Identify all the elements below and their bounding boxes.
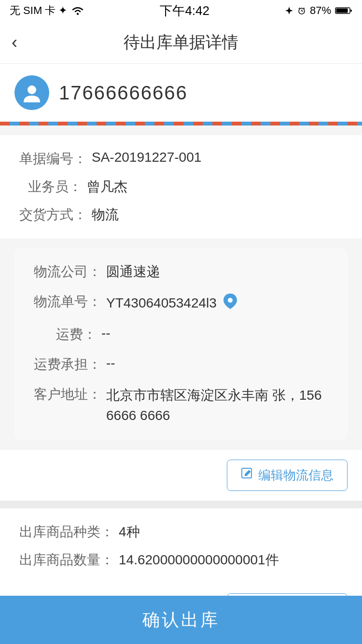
location-service-icon bbox=[285, 6, 293, 15]
status-bar: 无 SIM 卡 ✦ 下午4:42 87% bbox=[0, 0, 362, 21]
dashed-divider bbox=[0, 122, 362, 126]
page-title: 待出库单据详情 bbox=[124, 31, 238, 54]
logistics-tracking-row: 物流单号： YT43064053424l3 bbox=[34, 293, 328, 314]
address-label: 客户地址： bbox=[34, 385, 101, 404]
svg-rect-8 bbox=[350, 10, 352, 12]
nav-bar: ‹ 待出库单据详情 bbox=[0, 21, 362, 64]
logistics-box: 物流公司： 圆通速递 物流单号： YT43064053424l3 运费： -- … bbox=[14, 248, 348, 440]
confirm-btn-label: 确认出库 bbox=[142, 608, 220, 632]
logistics-company-value: 圆通速递 bbox=[106, 263, 328, 281]
logistics-tracking-value: YT43064053424l3 bbox=[106, 293, 328, 314]
freight-value: -- bbox=[101, 325, 328, 341]
tracking-number: YT43064053424l3 bbox=[106, 295, 217, 311]
freight-row: 运费： -- bbox=[34, 325, 328, 344]
svg-point-9 bbox=[28, 85, 36, 94]
status-left: 无 SIM 卡 ✦ bbox=[10, 3, 84, 18]
goods-section: 出库商品种类： 4种 出库商品数量： 14.62000000000000001件 bbox=[0, 508, 362, 584]
status-time: 下午4:42 bbox=[160, 2, 209, 19]
salesman-row: 业务员： 曾凡杰 bbox=[19, 178, 343, 196]
customer-phone: 17666666666 bbox=[59, 82, 188, 104]
order-no-value: SA-20191227-001 bbox=[92, 150, 343, 165]
salesman-value: 曾凡杰 bbox=[87, 178, 343, 196]
goods-quantity-label: 出库商品数量： bbox=[19, 551, 114, 569]
address-value: 北京市市辖区海淀区永丰南 张，156 6666 6666 bbox=[106, 385, 328, 426]
edit-btn-wrapper: 编辑物流信息 bbox=[0, 450, 362, 501]
edit-logistics-button[interactable]: 编辑物流信息 bbox=[227, 460, 348, 491]
confirm-button[interactable]: 确认出库 bbox=[0, 596, 362, 644]
address-row: 客户地址： 北京市市辖区海淀区永丰南 张，156 6666 6666 bbox=[34, 385, 328, 426]
goods-type-row: 出库商品种类： 4种 bbox=[19, 523, 343, 541]
order-no-label: 单据编号： bbox=[19, 150, 87, 168]
goods-type-value: 4种 bbox=[119, 523, 140, 541]
delivery-row: 交货方式： 物流 bbox=[19, 206, 343, 224]
alarm-icon bbox=[297, 6, 306, 15]
svg-point-0 bbox=[77, 13, 79, 15]
gray-separator bbox=[0, 501, 362, 508]
freight-bearer-row: 运费承担： -- bbox=[34, 355, 328, 374]
sim-text: 无 SIM 卡 ✦ bbox=[10, 3, 67, 18]
battery-icon bbox=[335, 6, 352, 15]
goods-quantity-row: 出库商品数量： 14.62000000000000001件 bbox=[19, 551, 343, 569]
edit-btn-label: 编辑物流信息 bbox=[258, 467, 334, 484]
battery-percent: 87% bbox=[310, 4, 331, 17]
avatar bbox=[14, 75, 49, 110]
svg-point-10 bbox=[228, 298, 233, 303]
edit-icon bbox=[241, 467, 253, 483]
order-info-section: 单据编号： SA-20191227-001 业务员： 曾凡杰 交货方式： 物流 bbox=[0, 135, 362, 238]
person-icon bbox=[21, 82, 42, 103]
logistics-company-label: 物流公司： bbox=[34, 263, 101, 281]
logistics-company-row: 物流公司： 圆通速递 bbox=[34, 263, 328, 281]
order-no-row: 单据编号： SA-20191227-001 bbox=[19, 150, 343, 168]
back-button[interactable]: ‹ bbox=[12, 32, 17, 53]
status-right: 87% bbox=[285, 4, 352, 17]
svg-line-4 bbox=[299, 8, 300, 9]
customer-header: 17666666666 bbox=[0, 64, 362, 122]
freight-bearer-label: 运费承担： bbox=[34, 355, 101, 374]
logistics-tracking-label: 物流单号： bbox=[34, 293, 101, 311]
svg-line-5 bbox=[304, 8, 305, 9]
goods-quantity-value: 14.62000000000000001件 bbox=[119, 551, 279, 569]
salesman-label: 业务员： bbox=[19, 178, 82, 196]
freight-bearer-value: -- bbox=[106, 355, 328, 371]
freight-label: 运费： bbox=[34, 325, 97, 344]
svg-rect-7 bbox=[336, 9, 348, 13]
goods-type-label: 出库商品种类： bbox=[19, 523, 114, 541]
wifi-icon bbox=[71, 6, 84, 15]
tracking-location-icon[interactable] bbox=[223, 293, 238, 314]
delivery-value: 物流 bbox=[92, 206, 343, 224]
delivery-label: 交货方式： bbox=[19, 206, 87, 224]
